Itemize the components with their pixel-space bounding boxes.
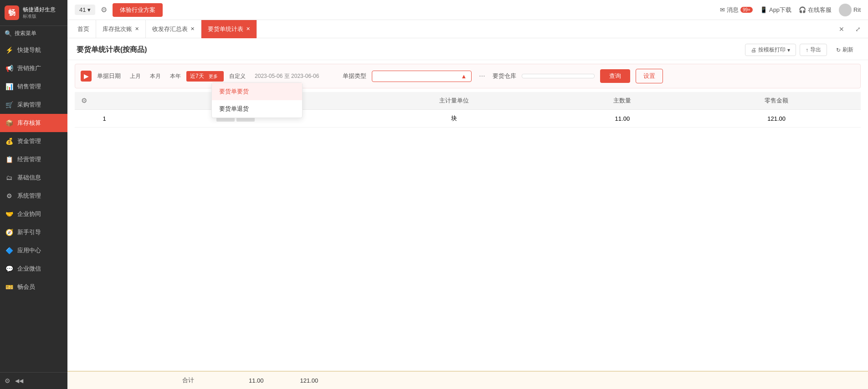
page-content: 要货单统计表(按商品) 🖨 按模板打印 ▾ ↑ 导出 ↻ 刷新 [67, 38, 868, 389]
logo-text: 畅捷通好生意 标准版 [23, 6, 56, 20]
tab-extra-controls: ✕ ⤢ [835, 24, 864, 35]
sidebar-search[interactable]: 🔍 搜索菜单 [0, 26, 67, 41]
tab-expand-btn[interactable]: ⤢ [852, 24, 864, 35]
sidebar-item-qiye[interactable]: 🤝 企业协同 [0, 205, 67, 223]
sidebar-item-yingyong[interactable]: 🔷 应用中心 [0, 241, 67, 260]
sidebar-item-kucun[interactable]: 📦 库存核算 [0, 114, 67, 132]
sidebar-item-zijin[interactable]: 💰 资金管理 [0, 132, 67, 150]
user-avatar-btn[interactable]: Rit [839, 4, 861, 16]
tab-order-stats-close[interactable]: ✕ [246, 26, 250, 32]
online-service-btn[interactable]: 🎧 在线客服 [799, 6, 832, 14]
col-unit-header: 主计量单位 [355, 92, 553, 110]
caigou-icon: 🛒 [5, 100, 14, 109]
date-btn-custom[interactable]: 自定义 [226, 71, 249, 82]
page-title: 要货单统计表(按商品) [77, 45, 147, 55]
more-filters-button[interactable]: ··· [477, 72, 487, 80]
app-download-btn[interactable]: 📱 App下载 [760, 6, 791, 14]
tab-close-all-btn[interactable]: ✕ [835, 24, 848, 35]
search-label: 搜索菜单 [15, 30, 36, 37]
tab-receipt-summary-label: 收发存汇总表 [152, 25, 188, 33]
query-button[interactable]: 查询 [600, 69, 630, 83]
xitong-icon: ⚙ [5, 191, 14, 200]
more-badge[interactable]: 更多 [206, 73, 220, 79]
sidebar-item-xitong[interactable]: ⚙ 系统管理 [0, 187, 67, 205]
app-label: App下载 [769, 6, 791, 14]
warehouse-select[interactable] [522, 74, 595, 78]
kuaijie-label: 快捷导航 [17, 46, 63, 54]
sidebar-item-kuaijie[interactable]: ⚡ 快捷导航 [0, 41, 67, 59]
refresh-icon: ↻ [836, 47, 841, 53]
dropdown-item-return[interactable]: 要货单退货 [212, 100, 302, 118]
column-settings-icon[interactable]: ⚙ [81, 97, 87, 104]
sidebar-item-xiaoshou[interactable]: 📊 销售管理 [0, 77, 67, 96]
company-selector[interactable]: 41 ▾ [75, 5, 95, 15]
table-footer: 合计 11.00 121.00 [67, 371, 868, 389]
xitong-label: 系统管理 [17, 192, 63, 200]
xinshou-icon: 🧭 [5, 228, 14, 237]
tab-receipt-summary[interactable]: 收发存汇总表 ✕ [146, 20, 201, 38]
col-quantity-header: 主数量 [553, 92, 693, 110]
sidebar-logo: 畅 畅捷通好生意 标准版 [0, 0, 67, 26]
row-amount-cell: 121.00 [692, 110, 861, 128]
settings-button[interactable]: 设置 [636, 69, 663, 83]
logo-icon: 畅 [5, 5, 19, 20]
chevron-down-print-icon: ▾ [787, 47, 790, 53]
date-btn-this-month[interactable]: 本月 [146, 71, 164, 82]
message-badge: 99+ [740, 7, 753, 13]
date-btn-7days[interactable]: 近7天 更多 [186, 71, 224, 82]
sidebar-item-weixin[interactable]: 💬 企业微信 [0, 260, 67, 278]
jingying-icon: 📋 [5, 155, 14, 164]
export-button[interactable]: ↑ 导出 [800, 44, 827, 56]
tab-receipt-summary-close[interactable]: ✕ [190, 26, 195, 32]
tab-order-stats[interactable]: 要货单统计表 ✕ [201, 20, 257, 38]
tab-home[interactable]: 首页 [71, 20, 96, 38]
jichu-icon: 🗂 [5, 173, 14, 182]
date-btn-this-year[interactable]: 本年 [166, 71, 185, 82]
settings-icon[interactable]: ⚙ [5, 377, 10, 384]
tab-kucun-batch-close[interactable]: ✕ [135, 26, 139, 32]
xinshou-label: 新手引导 [17, 228, 63, 236]
row-unit-cell: 块 [355, 110, 553, 128]
filter-toggle-button[interactable]: ▶ [81, 71, 92, 82]
footer-amount: 121.00 [300, 377, 318, 384]
avatar [839, 4, 852, 16]
settings-gear-icon[interactable]: ⚙ [101, 5, 107, 14]
huiyuan-label: 畅会员 [17, 283, 63, 291]
type-select-box[interactable]: ▲ 要货单要货 要货单退货 [372, 71, 472, 82]
tab-kucun-batch-label: 库存批次账 [103, 25, 132, 33]
topbar: 41 ▾ ⚙ 体验行业方案 ✉ 消息 99+ 📱 App下载 🎧 在线客服 R [67, 0, 868, 20]
yingxiao-label: 营销推广 [17, 64, 63, 72]
sidebar-item-huiyuan[interactable]: 🎫 畅会员 [0, 278, 67, 296]
tab-order-stats-label: 要货单统计表 [208, 25, 243, 33]
yingyong-icon: 🔷 [5, 246, 14, 255]
type-select-input[interactable] [377, 73, 459, 80]
export-label: 导出 [810, 46, 821, 54]
sidebar-item-jichu[interactable]: 🗂 基础信息 [0, 169, 67, 187]
sidebar-item-jingying[interactable]: 📋 经营管理 [0, 150, 67, 169]
weixin-icon: 💬 [5, 264, 14, 273]
refresh-button[interactable]: ↻ 刷新 [831, 44, 859, 56]
col-amount-header: 零售金额 [692, 92, 861, 110]
main-area: 41 ▾ ⚙ 体验行业方案 ✉ 消息 99+ 📱 App下载 🎧 在线客服 R [67, 0, 868, 389]
weixin-label: 企业微信 [17, 265, 63, 273]
row-num-cell: 1 [93, 110, 116, 128]
message-btn[interactable]: ✉ 消息 99+ [720, 6, 753, 14]
sidebar-item-caigou[interactable]: 🛒 采购管理 [0, 96, 67, 114]
jingying-label: 经营管理 [17, 155, 63, 164]
tab-kucun-batch[interactable]: 库存批次账 ✕ [96, 20, 146, 38]
trial-button[interactable]: 体验行业方案 [113, 3, 163, 17]
dropdown-item-goods[interactable]: 要货单要货 [212, 83, 302, 100]
row-gear-cell [75, 110, 93, 128]
kuaijie-icon: ⚡ [5, 46, 14, 55]
footer-label: 合计 [182, 376, 194, 384]
yingyong-label: 应用中心 [17, 246, 63, 255]
headset-icon: 🎧 [799, 6, 806, 13]
filter-bar: ▶ 单据日期 上月 本月 本年 近7天 更多 自定义 2023-05-06 至 … [75, 64, 861, 88]
col-gear[interactable]: ⚙ [75, 92, 93, 110]
collapse-icon[interactable]: ◀◀ [15, 378, 23, 384]
sidebar-item-yingxiao[interactable]: 📢 营销推广 [0, 59, 67, 77]
sidebar-item-xinshou[interactable]: 🧭 新手引导 [0, 223, 67, 241]
print-button[interactable]: 🖨 按模板打印 ▾ [745, 44, 796, 56]
date-btn-last-month[interactable]: 上月 [126, 71, 144, 82]
page-header: 要货单统计表(按商品) 🖨 按模板打印 ▾ ↑ 导出 ↻ 刷新 [67, 38, 868, 60]
